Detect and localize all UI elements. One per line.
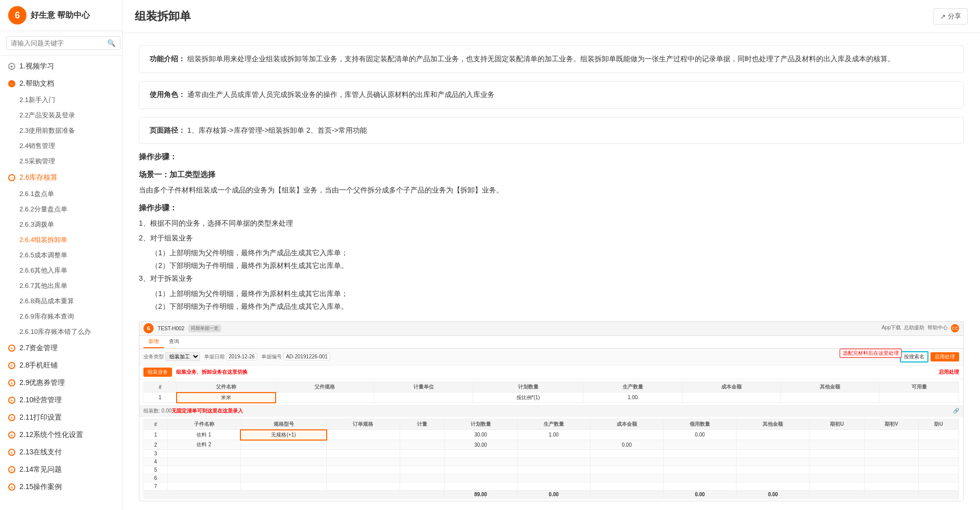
sidebar-item-new[interactable]: 2.1新手入门 <box>0 92 122 108</box>
col-b-unit: 计量 <box>400 419 444 430</box>
sidebar-item-stocktake[interactable]: 2.6.1盘点单 <box>0 186 122 202</box>
cell-unit <box>374 393 473 403</box>
mock-type-select[interactable]: 组装加工 <box>165 352 200 361</box>
sidebar-item-stock-query[interactable]: 2.6.9库存账本查询 <box>0 309 122 324</box>
mock-top-table: # 父件名称 父件规格 计量单位 计划数量 生产数量 成本金额 其他金额 可用量 <box>143 381 959 403</box>
main-header: 组装拆卸单 ↗ 分享 <box>122 0 980 33</box>
mock-help: 帮助中心 <box>927 324 948 332</box>
cases-plus-icon: + <box>8 483 15 491</box>
sidebar-item-coupon[interactable]: + 2.9优惠券管理 <box>0 374 122 392</box>
faq-plus-icon: + <box>8 466 15 473</box>
sidebar: 6 好生意 帮助中心 🔍 + 1.视频学习 − 2.帮助文档 2.1新手入门 2… <box>0 0 122 510</box>
table-row: 7 <box>144 482 959 491</box>
mock-tab-bar: 新增 查询 <box>139 336 963 349</box>
sidebar-item-cost-calc[interactable]: 2.6.8商品成本重算 <box>0 294 122 309</box>
col-plan-qty: 计划数量 <box>473 381 583 393</box>
mock-type-field: 业务类型 组装加工 <box>143 352 200 361</box>
mock-action-btns: 按搜索名 启用处理 <box>900 351 959 362</box>
mock-logo: 6 <box>143 323 154 333</box>
ops-steps-title: 操作步骤： <box>139 203 964 213</box>
sidebar-item-help[interactable]: − 2.帮助文档 <box>0 75 122 92</box>
role-box: 使用角色： 通常由生产人员或库管人员完成拆装业务的操作，库管人员确认原材料的出库… <box>139 81 964 109</box>
main-content-area: 组装拆卸单 ↗ 分享 功能介绍： 组装拆卸单用来处理企业组装或拆卸等加工业务，支… <box>122 0 980 510</box>
search-button[interactable]: 🔍 <box>107 39 116 47</box>
table-total-row: 89.00 0.00 0.00 0.00 <box>144 491 959 499</box>
mock-section-label-btn[interactable]: 组装业务 <box>143 368 172 377</box>
mock-confirm-btn[interactable]: 启用处理 <box>930 352 959 361</box>
sidebar-item-payment[interactable]: + 2.13在线支付 <box>0 444 122 461</box>
step3-sub1: （1）上部明细为父件明细，最终作为原材料生成其它出库单； <box>139 287 964 300</box>
step2-sub1: （1）上部明细为父件明细，最终作为产成品生成其它入库单； <box>139 247 964 259</box>
mock-date-field: 单据日期 2019-12-26 <box>204 353 257 360</box>
sidebar-item-custom[interactable]: + 2.12系统个性化设置 <box>0 426 122 444</box>
mock-warehouse-input[interactable]: 按搜索名 <box>900 351 928 362</box>
sidebar-item-other-in[interactable]: 2.6.6其他入库单 <box>0 263 122 278</box>
bottom-table-header: # 子件名称 规格型号 订单规格 计量 计划数量 生产数量 成本金额 领用数量 … <box>144 419 959 430</box>
sidebar-item-sales[interactable]: 2.4销售管理 <box>0 138 122 154</box>
table-row: 5 <box>144 466 959 474</box>
sidebar-item-part-stocktake[interactable]: 2.6.2分量盘点单 <box>0 202 122 217</box>
sidebar-header: 6 好生意 帮助中心 <box>0 0 122 31</box>
col-parent-spec: 父件规格 <box>276 381 374 393</box>
custom-plus-icon: + <box>8 431 15 439</box>
mock-form-row: 业务类型 组装加工 单据日期 2019-12-26 单据编号 AD-201912… <box>139 349 963 366</box>
col-b-cost: 成本金额 <box>590 419 663 430</box>
mock-topbar: 6 TEST-H002 同期单据一览 App下载 总助援助 帮助中心 CC <box>139 322 963 336</box>
mock-bottom-header: 组装数: 0.00 无固定清单可到这里在这里录入 🔗 <box>139 405 963 417</box>
inventory-minus-icon: − <box>8 174 15 181</box>
col-cost: 成本金额 <box>682 381 780 393</box>
mock-right-annotation: 启用处理 <box>939 369 959 376</box>
col-b-num: # <box>144 419 168 430</box>
cell-spec <box>276 393 374 403</box>
path-label: 页面路径： <box>150 126 185 134</box>
sidebar-item-stock-error[interactable]: 2.6.10库存账本错了么办 <box>0 324 122 339</box>
col-unit: 计量单位 <box>374 381 473 393</box>
step3: 3、对于拆装业务 <box>139 272 964 285</box>
sidebar-item-print[interactable]: + 2.11打印设置 <box>0 409 122 426</box>
sidebar-item-mobile[interactable]: + 2.8手机旺铺 <box>0 357 122 374</box>
sidebar-item-install[interactable]: 2.2产品安装及登录 <box>0 108 122 123</box>
sidebar-item-adjust[interactable]: 2.6.3调拨单 <box>0 217 122 232</box>
screenshot-container: 6 TEST-H002 同期单据一览 App下载 总助援助 帮助中心 CC 新增… <box>139 321 964 502</box>
ops-title: 操作步骤： <box>139 152 964 162</box>
sidebar-item-purchase[interactable]: 2.5采购管理 <box>0 154 122 169</box>
path-text: 1、库存核算->库存管理->组装拆卸单 2、首页->常用功能 <box>187 126 367 134</box>
mock-assistant: 总助援助 <box>904 324 924 332</box>
mock-app-store: App下载 <box>881 324 901 332</box>
sidebar-item-assemble[interactable]: 2.6.4组装拆卸单 <box>0 232 122 248</box>
sidebar-item-cost-adjust[interactable]: 2.6.5成本调整单 <box>0 248 122 263</box>
sidebar-item-ops[interactable]: + 2.10经营管理 <box>0 392 122 409</box>
share-button[interactable]: ↗ 分享 <box>934 8 968 25</box>
role-text: 通常由生产人员或库管人员完成拆装业务的操作，库管人员确认原材料的出库和产成品的入… <box>187 90 495 99</box>
sidebar-item-videos[interactable]: + 1.视频学习 <box>0 58 122 75</box>
cell-prod: 1.00 <box>583 393 682 403</box>
mock-section-bar: 组装业务 组装业务、拆卸业务在这里切换 启用处理 <box>139 366 963 379</box>
intro-text: 组装拆卸单用来处理企业组装或拆卸等加工业务，支持有固定装配清单的产品加工业务，也… <box>187 55 895 63</box>
mock-app: 6 TEST-H002 同期单据一览 App下载 总助援助 帮助中心 CC 新增… <box>139 322 963 501</box>
search-input[interactable] <box>6 36 120 50</box>
col-num: # <box>144 381 177 393</box>
sidebar-item-data[interactable]: 2.3使用前数据准备 <box>0 123 122 138</box>
sidebar-item-other-out[interactable]: 2.6.7其他出库单 <box>0 278 122 294</box>
mock-tab-query[interactable]: 查询 <box>164 336 184 348</box>
sidebar-item-funds[interactable]: + 2.7资金管理 <box>0 339 122 357</box>
sidebar-item-cases[interactable]: + 2.15操作案例 <box>0 478 122 496</box>
sidebar-item-inventory[interactable]: − 2.6库存核算 <box>0 169 122 186</box>
mock-code-field: 单据编号 AD-20191226-001 <box>261 353 330 360</box>
payment-plus-icon: + <box>8 449 15 456</box>
mobile-plus-icon: + <box>8 362 15 369</box>
col-parent-name: 父件名称 <box>177 381 275 393</box>
sidebar-item-faq[interactable]: + 2.14常见问题 <box>0 461 122 478</box>
share-icon: ↗ <box>940 13 946 20</box>
col-b-au: 助U <box>918 419 959 430</box>
table-row: 1 米米 按比例*(1) 1.00 <box>144 393 959 403</box>
mock-bottom-annotation: 无固定清单可到这里在这里录入 <box>172 407 243 415</box>
path-box: 页面路径： 1、库存核算->库存管理->组装拆卸单 2、首页->常用功能 <box>139 117 964 144</box>
logo-icon: 6 <box>8 6 27 25</box>
col-b-prod-qty: 生产数量 <box>517 419 590 430</box>
col-other: 其他金额 <box>781 381 879 393</box>
mock-tab-new[interactable]: 新增 <box>143 336 164 348</box>
mock-bottom-table: # 子件名称 规格型号 订单规格 计量 计划数量 生产数量 成本金额 领用数量 … <box>143 419 959 499</box>
mock-top-table-container: # 父件名称 父件规格 计量单位 计划数量 生产数量 成本金额 其他金额 可用量 <box>139 379 963 405</box>
role-label: 使用角色： <box>150 90 185 99</box>
